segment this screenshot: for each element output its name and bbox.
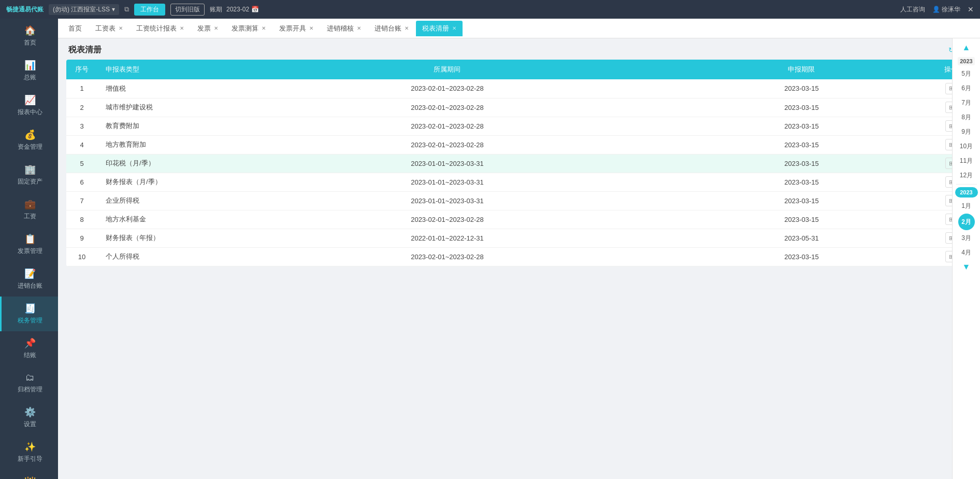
cell-type: 城市维护建设税 (97, 98, 222, 117)
sidebar-item-label: 固定资产 (18, 177, 42, 186)
calendar-month-2-active[interactable]: 2月 (958, 214, 975, 230)
company-selector[interactable]: (勿动) 江西报室-LSS ▾ (49, 4, 119, 15)
sidebar-item-label: 结账 (24, 351, 36, 360)
calendar-month-11[interactable]: 11月 (956, 154, 977, 167)
tax-table-container: 序号 申报表类型 所属期间 申报期限 操作 1 增值税 2023-02-01~2… (66, 60, 972, 266)
calendar-month-9[interactable]: 9月 (956, 125, 977, 138)
calendar-month-4[interactable]: 4月 (956, 246, 977, 259)
calendar-month-10[interactable]: 10月 (956, 139, 977, 153)
user-avatar[interactable]: 👤徐涿华 (932, 5, 960, 14)
tab-purchase-check-close[interactable]: ✕ (357, 25, 361, 31)
cell-type: 财务报表（月/季） (97, 173, 222, 191)
sidebar-item-member[interactable]: 👑 畅会员 (0, 470, 58, 479)
archive-icon: 🗂 (25, 372, 35, 383)
sidebar-item-home[interactable]: 🏠 首页 (0, 19, 58, 53)
tab-tax-return-close[interactable]: ✕ (452, 25, 456, 31)
cell-type: 地方水利基金 (97, 210, 222, 229)
tab-invoice-issue[interactable]: 发票开具 ✕ (273, 21, 320, 36)
tab-salary-stats[interactable]: 工资统计报表 ✕ (130, 21, 190, 36)
calendar-nav-up[interactable]: ▲ (959, 40, 974, 55)
calendar-icon[interactable]: 📅 (251, 6, 259, 13)
calendar-month-6[interactable]: 6月 (956, 81, 977, 95)
cell-type: 个人所得税 (97, 247, 222, 266)
tab-invoice-label: 发票 (197, 24, 211, 33)
tab-purchase-check[interactable]: 进销稽核 ✕ (321, 21, 367, 36)
tab-salary[interactable]: 工资表 ✕ (89, 21, 129, 36)
cell-deadline: 2023-03-15 (673, 154, 930, 173)
copy-icon[interactable]: ⧉ (124, 5, 129, 13)
calendar-month-12[interactable]: 12月 (956, 168, 977, 182)
cell-period: 2023-02-01~2023-02-28 (222, 79, 673, 98)
calendar-month-1[interactable]: 1月 (956, 199, 977, 213)
sidebar-item-label: 进销台账 (18, 281, 42, 290)
sidebar-item-funds[interactable]: 💰 资金管理 (0, 123, 58, 158)
table-row: 6 财务报表（月/季） 2023-01-01~2023-03-31 2023-0… (66, 173, 972, 191)
cell-period: 2022-01-01~2022-12-31 (222, 229, 673, 247)
sidebar-item-assets[interactable]: 🏢 固定资产 (0, 158, 58, 192)
tab-invoice-close[interactable]: ✕ (214, 25, 218, 31)
username: 徐涿华 (942, 5, 960, 14)
sidebar-item-invoice[interactable]: 📋 发票管理 (0, 227, 58, 262)
calendar-year-badge: 2023 (955, 187, 978, 198)
tab-invoice[interactable]: 发票 ✕ (191, 21, 224, 36)
sidebar-item-ledger[interactable]: 📊 总账 (0, 53, 58, 88)
sidebar-item-label: 总账 (24, 73, 36, 82)
cell-no: 2 (66, 98, 97, 117)
sidebar-item-reports[interactable]: 📈 报表中心 (0, 88, 58, 123)
sidebar-item-tax[interactable]: 🧾 税务管理 (0, 297, 58, 331)
cell-type: 增值税 (97, 79, 222, 98)
tab-purchase-ledger-label: 进销台账 (374, 24, 401, 33)
cell-type: 教育费附加 (97, 117, 222, 135)
calendar-month-5[interactable]: 5月 (956, 67, 977, 80)
cell-deadline: 2023-03-15 (673, 135, 930, 154)
cell-deadline: 2023-03-15 (673, 79, 930, 98)
sidebar-item-settle[interactable]: 📌 结账 (0, 331, 58, 366)
cell-deadline: 2023-03-15 (673, 210, 930, 229)
switch-version-button[interactable]: 切到旧版 (170, 4, 205, 16)
tab-invoice-issue-close[interactable]: ✕ (309, 25, 313, 31)
workbench-button[interactable]: 工作台 (134, 4, 165, 16)
calendar-month-3[interactable]: 3月 (956, 231, 977, 245)
sidebar-item-settings[interactable]: ⚙️ 设置 (0, 400, 58, 435)
main-layout: 🏠 首页 📊 总账 📈 报表中心 💰 资金管理 🏢 固定资产 💼 工资 📋 发票… (0, 19, 980, 479)
tab-purchase-ledger-close[interactable]: ✕ (405, 25, 409, 31)
table-row: 7 企业所得税 2023-01-01~2023-03-31 2023-03-15… (66, 191, 972, 210)
tab-tax-return[interactable]: 税表清册 ✕ (416, 21, 463, 36)
cell-deadline: 2023-05-31 (673, 229, 930, 247)
ai-consult-button[interactable]: 人工咨询 (900, 5, 925, 14)
calendar-divider (956, 184, 977, 185)
salary-icon: 💼 (24, 199, 36, 210)
tab-invoice-calc-close[interactable]: ✕ (262, 25, 266, 31)
tab-salary-label: 工资表 (95, 24, 116, 33)
tax-icon: 🧾 (24, 303, 36, 314)
cell-no: 1 (66, 79, 97, 98)
tab-home[interactable]: 首页 (62, 21, 88, 36)
cell-no: 7 (66, 191, 97, 210)
tab-salary-stats-close[interactable]: ✕ (180, 25, 184, 31)
calendar-panel: ▲ 2023 5月 6月 7月 8月 9月 10月 11月 12月 2023 1… (952, 38, 980, 479)
cell-no: 3 (66, 117, 97, 135)
cell-period: 2023-01-01~2023-03-31 (222, 173, 673, 191)
sidebar-item-archive[interactable]: 🗂 归档管理 (0, 366, 58, 400)
cell-deadline: 2023-03-15 (673, 98, 930, 117)
cell-type: 地方教育附加 (97, 135, 222, 154)
close-icon[interactable]: ✕ (968, 5, 974, 13)
calendar-month-7[interactable]: 7月 (956, 96, 977, 109)
tab-invoice-calc[interactable]: 发票测算 ✕ (225, 21, 272, 36)
tab-salary-close[interactable]: ✕ (119, 25, 123, 31)
top-bar: 畅捷通易代账 (勿动) 江西报室-LSS ▾ ⧉ 工作台 切到旧版 账期 202… (0, 0, 980, 19)
calendar-month-8[interactable]: 8月 (956, 110, 977, 124)
tab-purchase-ledger[interactable]: 进销台账 ✕ (368, 21, 415, 36)
tab-purchase-check-label: 进销稽核 (327, 24, 354, 33)
tab-salary-stats-label: 工资统计报表 (136, 24, 177, 33)
calendar-nav-down[interactable]: ▼ (959, 260, 974, 274)
table-row: 1 增值税 2023-02-01~2023-02-28 2023-03-15 ⊞ (66, 79, 972, 98)
sidebar-item-salary[interactable]: 💼 工资 (0, 192, 58, 227)
sidebar-item-purchase[interactable]: 📝 进销台账 (0, 262, 58, 297)
page-title: 税表清册 (68, 45, 102, 55)
ledger-icon: 📊 (24, 60, 36, 71)
sidebar-item-guide[interactable]: ✨ 新手引导 (0, 435, 58, 470)
cell-no: 5 (66, 154, 97, 173)
settle-icon: 📌 (24, 337, 36, 349)
cell-deadline: 2023-03-15 (673, 117, 930, 135)
